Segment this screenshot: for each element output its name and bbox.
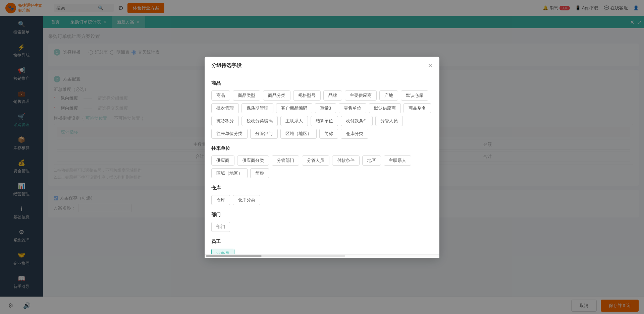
field-tag[interactable]: 商品类型 bbox=[233, 90, 260, 101]
field-tag[interactable]: 税收分类编码 bbox=[241, 116, 278, 126]
field-tag[interactable]: 地区 bbox=[362, 155, 381, 166]
section-product-fields: 商品 商品类型 商品分类 规格型号 品牌 主要供应商 产地 默认仓库 批次管理 … bbox=[211, 90, 433, 139]
field-tag[interactable]: 仓库分类 bbox=[233, 195, 260, 205]
section-department: 部门 部门 bbox=[211, 212, 433, 232]
section-department-fields: 部门 bbox=[211, 222, 433, 232]
field-tag[interactable]: 主联系人 bbox=[280, 116, 308, 126]
field-tag[interactable]: 商品 bbox=[211, 90, 230, 101]
field-tag[interactable]: 区域（地区） bbox=[211, 168, 248, 178]
field-tag[interactable]: 仓库 bbox=[211, 195, 230, 205]
section-warehouse-title: 仓库 bbox=[211, 185, 433, 191]
section-employee: 员工 业务员 bbox=[211, 239, 433, 255]
dialog-title: 分组待选字段 bbox=[211, 62, 241, 69]
field-tag[interactable]: 供应商分类 bbox=[237, 155, 269, 166]
field-tag[interactable]: 结算单位 bbox=[311, 116, 338, 126]
section-warehouse: 仓库 仓库 仓库分类 bbox=[211, 185, 433, 205]
field-tag[interactable]: 商品分类 bbox=[263, 90, 290, 101]
field-tag[interactable]: 品牌 bbox=[323, 90, 342, 101]
field-tag[interactable]: 区域（地区） bbox=[280, 129, 317, 139]
field-tag[interactable]: 简称 bbox=[250, 168, 269, 178]
field-tag[interactable]: 产地 bbox=[379, 90, 398, 101]
field-tag[interactable]: 付款条件 bbox=[332, 155, 360, 166]
field-tag[interactable]: 商品别名 bbox=[404, 103, 431, 113]
section-partner: 往来单位 供应商 供应商分类 分管部门 分管人员 付款条件 地区 主联系人 区域… bbox=[211, 145, 433, 178]
field-tag[interactable]: 零售单位 bbox=[339, 103, 366, 113]
dialog-close-btn[interactable]: ✕ bbox=[428, 62, 433, 69]
field-tag[interactable]: 默认仓库 bbox=[401, 90, 428, 101]
field-tag[interactable]: 供应商 bbox=[211, 155, 234, 166]
field-tag[interactable]: 简称 bbox=[319, 129, 338, 139]
section-partner-fields: 供应商 供应商分类 分管部门 分管人员 付款条件 地区 主联系人 区域（地区） … bbox=[211, 155, 433, 178]
field-tag[interactable]: 分管部门 bbox=[272, 155, 299, 166]
field-tag[interactable]: 批次管理 bbox=[211, 103, 239, 113]
field-tag[interactable]: 往来单位分类 bbox=[211, 129, 248, 139]
dialog-header: 分组待选字段 ✕ bbox=[205, 57, 439, 75]
section-partner-title: 往来单位 bbox=[211, 145, 433, 151]
field-tag[interactable]: 拣货积分 bbox=[211, 116, 239, 126]
dialog-hscroll bbox=[205, 254, 439, 257]
field-tag[interactable]: 分管人员 bbox=[375, 116, 403, 126]
section-employee-title: 员工 bbox=[211, 239, 433, 245]
dialog-body[interactable]: 商品 商品 商品类型 商品分类 规格型号 品牌 主要供应商 产地 默认仓库 批次… bbox=[205, 75, 439, 255]
field-tag[interactable]: 仓库分类 bbox=[341, 129, 368, 139]
field-tag[interactable]: 规格型号 bbox=[293, 90, 321, 101]
section-product: 商品 商品 商品类型 商品分类 规格型号 品牌 主要供应商 产地 默认仓库 批次… bbox=[211, 80, 433, 139]
field-tag[interactable]: 默认供应商 bbox=[369, 103, 401, 113]
field-tag-salesperson[interactable]: 业务员 bbox=[211, 249, 234, 255]
field-tag[interactable]: 重量3 bbox=[315, 103, 336, 113]
field-tag[interactable]: 客户商品编码 bbox=[276, 103, 312, 113]
field-tag[interactable]: 收付款条件 bbox=[341, 116, 373, 126]
field-tag[interactable]: 分管人员 bbox=[302, 155, 329, 166]
field-tag[interactable]: 分管部门 bbox=[250, 129, 278, 139]
dialog: 分组待选字段 ✕ 商品 商品 商品类型 商品分类 规格型号 品牌 主要供应商 产… bbox=[205, 57, 439, 258]
section-department-title: 部门 bbox=[211, 212, 433, 218]
field-tag[interactable]: 主要供应商 bbox=[345, 90, 377, 101]
modal-overlay: 分组待选字段 ✕ 商品 商品 商品类型 商品分类 规格型号 品牌 主要供应商 产… bbox=[0, 0, 644, 314]
section-employee-fields: 业务员 bbox=[211, 249, 433, 255]
field-tag[interactable]: 主联系人 bbox=[384, 155, 411, 166]
section-warehouse-fields: 仓库 仓库分类 bbox=[211, 195, 433, 205]
field-tag[interactable]: 部门 bbox=[211, 222, 230, 232]
section-product-title: 商品 bbox=[211, 80, 433, 86]
field-tag[interactable]: 保质期管理 bbox=[241, 103, 273, 113]
